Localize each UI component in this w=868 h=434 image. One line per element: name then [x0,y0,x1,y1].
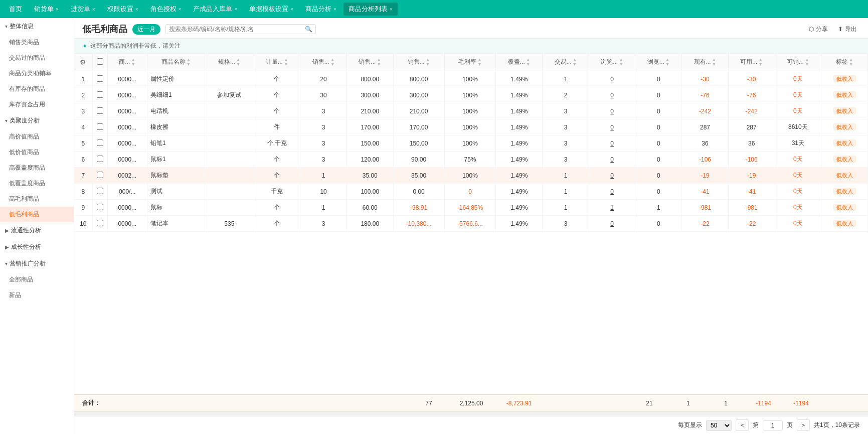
sidebar-item-high-margin[interactable]: 高毛利商品 [0,191,74,207]
nav-roles[interactable]: 角色授权 × [145,3,187,16]
sidebar-section-cluster[interactable]: ▾ 类聚度分析 [0,112,74,129]
sidebar-item-low-margin[interactable]: 低毛利商品 [0,207,74,222]
col-available[interactable]: 可用...▲▼ [728,54,775,71]
nav-permissions[interactable]: 权限设置 × [102,3,143,16]
nav-sales-close[interactable]: × [56,7,59,12]
nav-product-analysis-list[interactable]: 商品分析列表 × [343,3,398,16]
next-page-btn[interactable]: ＞ [797,419,810,431]
col-spec[interactable]: 规格...▲▼ [205,54,254,71]
cell-browse1[interactable]: 0 [589,216,635,232]
row-checkbox[interactable] [97,123,103,130]
cell-check[interactable] [92,71,107,87]
share-btn[interactable]: ⬡ 分享 [806,24,831,35]
row-checkbox[interactable] [97,91,103,98]
col-name[interactable]: 商品名称▲▼ [147,54,205,71]
nav-product-analysis[interactable]: 商品分析 × [300,3,341,16]
sidebar-item-high-coverage[interactable]: 高覆盖度商品 [0,160,74,176]
bottom-scroll[interactable] [74,412,868,416]
sidebar-item-stock-goods[interactable]: 有库存的商品 [0,81,74,97]
cell-browse1[interactable]: 0 [589,135,635,152]
cell-browse1[interactable]: 0 [589,119,635,135]
sidebar-section-growth[interactable]: ▶ 成长性分析 [0,239,74,255]
sidebar-section-circulation[interactable]: ▶ 流通性分析 [0,222,74,239]
nav-purchase[interactable]: 进货单 × [66,3,100,16]
sidebar-item-new-goods[interactable]: 新品 [0,287,74,303]
sidebar-item-sales-goods[interactable]: 销售类商品 [0,35,74,50]
nav-purchase-close[interactable]: × [92,7,95,12]
sidebar-section-overall[interactable]: ▾ 整体信息 [0,18,74,35]
check-all[interactable] [97,58,103,65]
nav-roles-close[interactable]: × [179,7,182,12]
time-filter-btn[interactable]: 近一月 [132,24,160,35]
cell-browse1[interactable]: 0 [589,168,635,184]
col-coverage[interactable]: 覆盖...▲▼ [496,54,543,71]
cell-check[interactable] [92,168,107,184]
row-checkbox[interactable] [97,220,103,226]
col-sales-amt[interactable]: 销售...▲▼ [346,54,393,71]
sidebar-item-capital[interactable]: 库存资金占用 [0,97,74,112]
cell-check[interactable] [92,152,107,168]
cell-browse1[interactable]: 0 [589,71,635,87]
row-checkbox[interactable] [97,172,103,178]
nav-permissions-close[interactable]: × [135,7,138,12]
sidebar-item-low-value[interactable]: 低价值商品 [0,144,74,160]
cell-browse1[interactable]: 0 [589,184,635,200]
cell-stock: -22 [682,216,729,232]
row-checkbox[interactable] [97,204,103,210]
cell-check[interactable] [92,216,107,232]
sidebar-item-all-goods[interactable]: 全部商品 [0,272,74,287]
sidebar-section-marketing[interactable]: ▾ 营销推广分析 [0,255,74,272]
total-trade-count: 21 [629,400,669,407]
cell-browse1[interactable]: 0 [589,103,635,119]
nav-template-close[interactable]: × [290,7,293,12]
col-gross-rate[interactable]: 毛利率▲▼ [444,54,496,71]
page-number-input[interactable] [763,420,783,430]
row-checkbox[interactable] [97,75,103,82]
col-settings[interactable]: ⚙ [74,54,92,71]
col-check[interactable] [92,54,107,71]
cell-check[interactable] [92,184,107,200]
sidebar-item-category-sales[interactable]: 商品分类助销率 [0,66,74,81]
page-size-select[interactable]: 50 100 200 [706,420,732,431]
cell-browse1[interactable]: 1 [589,200,635,216]
row-checkbox[interactable] [97,107,103,114]
nav-product-analysis-close[interactable]: × [333,7,336,12]
col-sales-profit[interactable]: 销售...▲▼ [393,54,444,71]
col-settings-btn[interactable]: ⚙ [80,58,86,66]
sidebar-item-traded-goods[interactable]: 交易过的商品 [0,50,74,66]
col-browse1[interactable]: 浏览...▲▼ [589,54,635,71]
cell-browse1[interactable]: 0 [589,87,635,103]
col-unit[interactable]: 计量...▲▼ [254,54,300,71]
nav-product-analysis-list-close[interactable]: × [390,7,393,12]
sidebar-item-high-value[interactable]: 高价值商品 [0,129,74,144]
row-checkbox[interactable] [97,188,103,194]
nav-sales[interactable]: 销货单 × [29,3,64,16]
row-checkbox[interactable] [97,139,103,146]
cell-check[interactable] [92,87,107,103]
cell-browse1[interactable]: 0 [589,152,635,168]
cell-name: 吴细细1 [147,87,205,103]
col-trade-count[interactable]: 交易...▲▼ [543,54,589,71]
search-input[interactable] [169,26,305,33]
nav-product-entry-close[interactable]: × [234,7,237,12]
prev-page-btn[interactable]: ＜ [736,419,749,431]
cell-check[interactable] [92,119,107,135]
row-checkbox[interactable] [97,156,103,162]
col-saleable[interactable]: 可销...▲▼ [775,54,821,71]
cell-check[interactable] [92,135,107,152]
col-tag[interactable]: 标签▲▼ [821,54,868,71]
col-stock[interactable]: 现有...▲▼ [682,54,729,71]
export-btn[interactable]: ⬆ 导出 [835,24,860,35]
col-code[interactable]: 商...▲▼ [107,54,147,71]
search-icon[interactable]: 🔍 [305,26,312,33]
nav-product-entry[interactable]: 产成品入库单 × [188,3,242,16]
nav-home[interactable]: 首页 [4,3,27,16]
cell-check[interactable] [92,103,107,119]
nav-template[interactable]: 单据模板设置 × [244,3,298,16]
cell-tag: 低收入 [821,119,868,135]
sidebar-item-low-coverage[interactable]: 低覆盖度商品 [0,176,74,191]
col-browse2[interactable]: 浏览...▲▼ [635,54,682,71]
col-sales-qty[interactable]: 销售...▲▼ [300,54,347,71]
content-header: 低毛利商品 近一月 🔍 ⬡ 分享 ⬆ 导出 [74,18,868,39]
cell-check[interactable] [92,200,107,216]
